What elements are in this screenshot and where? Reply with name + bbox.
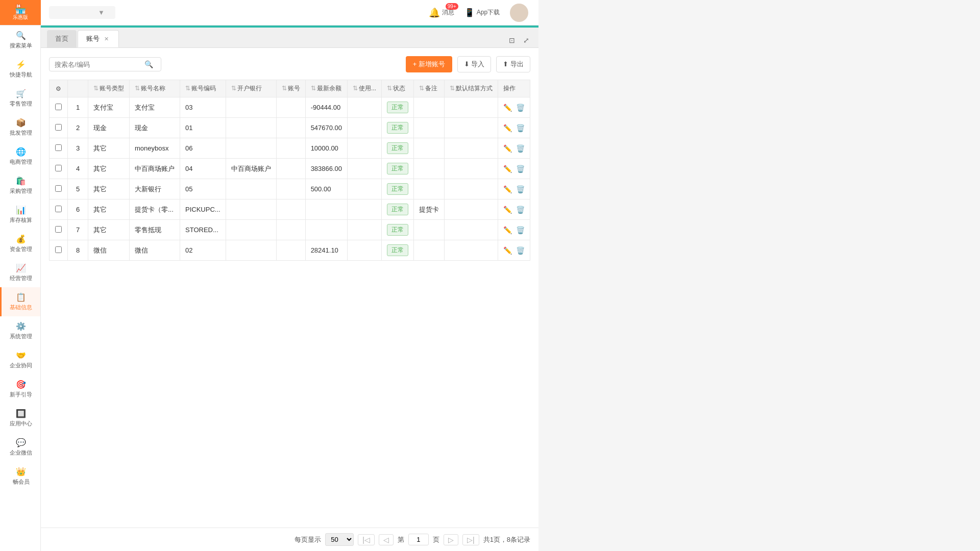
- row-checkbox-cell[interactable]: [50, 179, 68, 199]
- col-code[interactable]: ⇅账号编码: [180, 80, 226, 97]
- page-input[interactable]: [408, 534, 429, 545]
- sidebar-item-biz-agreement[interactable]: 🤝 企业协同: [0, 345, 40, 374]
- row-checkbox[interactable]: [55, 124, 62, 131]
- enterprise-wechat-label: 企业微信: [10, 449, 32, 457]
- col-settings[interactable]: ⚙: [50, 80, 68, 97]
- row-checkbox[interactable]: [55, 185, 62, 192]
- row-balance: 28241.10: [305, 240, 347, 261]
- col-status[interactable]: ⇅状态: [382, 80, 414, 97]
- sidebar-item-newbie-guide[interactable]: 🎯 新手引导: [0, 374, 40, 404]
- row-checkbox[interactable]: [55, 165, 62, 171]
- edit-icon[interactable]: ✏️: [503, 165, 512, 173]
- tab-account-close-icon[interactable]: ✕: [103, 35, 110, 43]
- row-checkbox-cell[interactable]: [50, 159, 68, 179]
- page-next-btn[interactable]: ▷: [444, 534, 458, 545]
- sidebar-item-purchase-mgmt[interactable]: 🛍️ 采购管理: [0, 171, 40, 200]
- search-box[interactable]: 🔍: [49, 57, 161, 71]
- tab-account[interactable]: 账号 ✕: [78, 30, 119, 47]
- app-download-icon: 📱: [464, 8, 475, 17]
- import-btn[interactable]: ⬇ 导入: [457, 56, 492, 72]
- message-label: 消息: [442, 8, 454, 17]
- edit-icon[interactable]: ✏️: [503, 246, 512, 255]
- row-type: 其它: [88, 199, 130, 220]
- row-checkbox[interactable]: [55, 144, 62, 151]
- tab-expand-icon[interactable]: ⤢: [520, 35, 532, 45]
- col-remark[interactable]: ⇅备注: [414, 80, 445, 97]
- col-usage[interactable]: ⇅使用...: [348, 80, 382, 97]
- row-balance: [305, 220, 347, 240]
- edit-icon[interactable]: ✏️: [503, 206, 512, 214]
- page-last-btn[interactable]: ▷|: [462, 534, 479, 545]
- row-balance: 10000.00: [305, 138, 347, 159]
- col-bank[interactable]: ⇅开户银行: [226, 80, 276, 97]
- row-checkbox[interactable]: [55, 206, 62, 212]
- per-page-select[interactable]: 50 100 200: [325, 533, 354, 546]
- row-checkbox[interactable]: [55, 246, 62, 253]
- col-account[interactable]: ⇅账号: [276, 80, 305, 97]
- page-prev-btn[interactable]: ◁: [379, 534, 394, 545]
- page-first-btn[interactable]: |◁: [358, 534, 375, 545]
- row-checkbox-cell[interactable]: [50, 220, 68, 240]
- row-checkbox-cell[interactable]: [50, 118, 68, 138]
- wholesale-mgmt-icon: 📦: [16, 118, 26, 128]
- sidebar-item-ops-mgmt[interactable]: 📈 经营管理: [0, 258, 40, 287]
- col-default-settle[interactable]: ⇅默认结算方式: [445, 80, 498, 97]
- edit-icon[interactable]: ✏️: [503, 185, 512, 193]
- edit-icon[interactable]: ✏️: [503, 144, 512, 153]
- row-checkbox-cell[interactable]: [50, 199, 68, 220]
- col-code-sort-icon: ⇅: [185, 85, 190, 92]
- sidebar-item-app-center[interactable]: 🔲 应用中心: [0, 404, 40, 433]
- sidebar-item-basic-info[interactable]: 📋 基础信息: [0, 287, 40, 316]
- row-checkbox[interactable]: [55, 104, 62, 110]
- sidebar-item-ecom-mgmt[interactable]: 🌐 电商管理: [0, 142, 40, 171]
- row-checkbox[interactable]: [55, 226, 62, 233]
- edit-icon[interactable]: ✏️: [503, 104, 512, 112]
- row-status: 正常: [382, 159, 414, 179]
- edit-icon[interactable]: ✏️: [503, 226, 512, 234]
- sidebar-item-finance-mgmt[interactable]: 💰 资金管理: [0, 229, 40, 258]
- col-type[interactable]: ⇅账号类型: [88, 80, 130, 97]
- header-search-dropdown-icon[interactable]: ▼: [98, 9, 105, 16]
- sidebar-item-enterprise-wechat[interactable]: 💬 企业微信: [0, 433, 40, 462]
- delete-icon[interactable]: 🗑️: [516, 165, 525, 173]
- row-checkbox-cell[interactable]: [50, 138, 68, 159]
- sidebar-item-search-menu[interactable]: 🔍 搜索菜单: [0, 26, 40, 55]
- sidebar-item-quick-nav[interactable]: ⚡ 快捷导航: [0, 55, 40, 84]
- tab-home[interactable]: 首页: [47, 30, 77, 47]
- sidebar-item-inventory-calc[interactable]: 📊 库存核算: [0, 200, 40, 229]
- row-checkbox-cell[interactable]: [50, 240, 68, 261]
- user-avatar[interactable]: [510, 4, 528, 22]
- row-remark: [414, 179, 445, 199]
- add-account-btn[interactable]: + 新增账号: [406, 56, 452, 72]
- finance-mgmt-label: 资金管理: [10, 245, 32, 253]
- export-btn[interactable]: ⬆ 导出: [496, 56, 530, 72]
- row-checkbox-cell[interactable]: [50, 97, 68, 118]
- row-balance: 547670.00: [305, 118, 347, 138]
- tab-collapse-icon[interactable]: ⊡: [506, 35, 518, 45]
- status-badge: 正常: [387, 224, 408, 236]
- quick-nav-icon: ⚡: [16, 60, 26, 69]
- header-search-box[interactable]: ▼: [49, 6, 115, 19]
- delete-icon[interactable]: 🗑️: [516, 246, 525, 255]
- sys-mgmt-label: 系统管理: [10, 333, 32, 340]
- search-input[interactable]: [55, 61, 141, 68]
- newbie-guide-label: 新手引导: [10, 391, 32, 398]
- delete-icon[interactable]: 🗑️: [516, 206, 525, 214]
- col-balance[interactable]: ⇅最新余额: [305, 80, 347, 97]
- sidebar-item-wholesale-mgmt[interactable]: 📦 批发管理: [0, 113, 40, 142]
- row-status: 正常: [382, 240, 414, 261]
- sidebar-item-retail-mgmt[interactable]: 🛒 零售管理: [0, 84, 40, 113]
- sidebar-item-sys-mgmt[interactable]: ⚙️ 系统管理: [0, 316, 40, 345]
- delete-icon[interactable]: 🗑️: [516, 226, 525, 234]
- header-search-input[interactable]: [54, 9, 95, 16]
- app-download-btn[interactable]: 📱 App下载: [464, 8, 500, 17]
- sidebar-item-member[interactable]: 👑 畅会员: [0, 462, 40, 491]
- delete-icon[interactable]: 🗑️: [516, 185, 525, 193]
- col-name[interactable]: ⇅账号名称: [130, 80, 180, 97]
- delete-icon[interactable]: 🗑️: [516, 124, 525, 132]
- message-btn[interactable]: 🔔 99+ 消息: [429, 7, 454, 18]
- edit-icon[interactable]: ✏️: [503, 124, 512, 132]
- delete-icon[interactable]: 🗑️: [516, 144, 525, 153]
- row-status: 正常: [382, 199, 414, 220]
- delete-icon[interactable]: 🗑️: [516, 104, 525, 112]
